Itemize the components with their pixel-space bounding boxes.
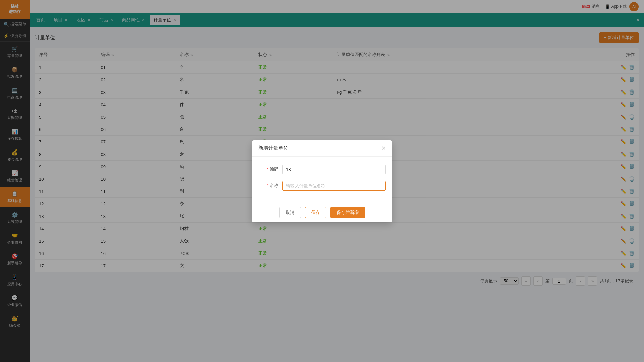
modal-body: * 编码 * 名称 [252,157,392,203]
name-input[interactable] [282,181,386,191]
save-and-new-button[interactable]: 保存并新增 [330,207,365,218]
name-label: * 名称 [258,183,278,189]
code-input[interactable] [282,165,386,174]
save-button[interactable]: 保存 [305,207,326,218]
form-row-name: * 名称 [258,181,386,191]
modal-overlay[interactable]: 新增计量单位 ✕ * 编码 * 名称 取消 保存 保存并新增 [0,0,644,362]
code-label: * 编码 [258,166,278,172]
required-star-name: * [267,183,268,188]
modal-title: 新增计量单位 [258,145,288,152]
add-uom-modal: 新增计量单位 ✕ * 编码 * 名称 取消 保存 保存并新增 [252,140,392,222]
modal-header: 新增计量单位 ✕ [252,140,392,157]
cancel-button[interactable]: 取消 [279,207,301,218]
modal-close-button[interactable]: ✕ [381,145,386,152]
form-row-code: * 编码 [258,165,386,174]
required-star: * [267,167,268,172]
modal-footer: 取消 保存 保存并新增 [252,203,392,222]
